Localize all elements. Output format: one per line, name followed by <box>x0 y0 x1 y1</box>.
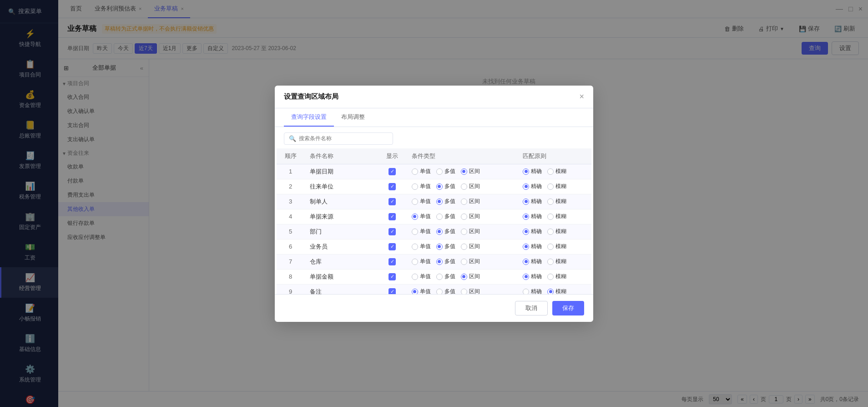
radio-circle-区间-5[interactable] <box>461 229 467 235</box>
display-checkbox-4[interactable] <box>389 213 396 220</box>
radio-circle-多值-3[interactable] <box>436 198 443 205</box>
display-checkbox-7[interactable] <box>389 258 396 265</box>
match-rule-模糊-7[interactable]: 模糊 <box>547 258 566 265</box>
display-checkbox-8[interactable] <box>389 273 396 280</box>
match-rule-精确-6[interactable]: 精确 <box>523 243 542 250</box>
condition-type-单值-5[interactable]: 单值 <box>412 228 431 235</box>
match-rule-精确-7[interactable]: 精确 <box>523 258 542 265</box>
condition-type-区间-4[interactable]: 区间 <box>461 213 480 220</box>
match-rule-模糊-1[interactable]: 模糊 <box>547 168 566 175</box>
match-radio-circle-精确-9[interactable] <box>523 289 529 294</box>
modal-save-button[interactable]: 保存 <box>552 301 584 315</box>
condition-type-多值-7[interactable]: 多值 <box>436 258 455 265</box>
match-rule-模糊-6[interactable]: 模糊 <box>547 243 566 250</box>
radio-circle-多值-6[interactable] <box>436 244 443 250</box>
radio-circle-单值-1[interactable] <box>412 168 418 175</box>
row-display-4[interactable] <box>378 209 406 224</box>
match-rule-精确-2[interactable]: 精确 <box>523 183 542 190</box>
display-checkbox-6[interactable] <box>389 243 396 250</box>
match-radio-circle-精确-3[interactable] <box>523 198 529 205</box>
match-rule-模糊-5[interactable]: 模糊 <box>547 228 566 235</box>
condition-type-区间-7[interactable]: 区间 <box>461 258 480 265</box>
condition-type-区间-3[interactable]: 区间 <box>461 198 480 205</box>
condition-type-单值-9[interactable]: 单值 <box>412 288 431 294</box>
match-radio-circle-模糊-5[interactable] <box>547 229 554 235</box>
condition-type-多值-6[interactable]: 多值 <box>436 243 455 250</box>
match-radio-circle-精确-2[interactable] <box>523 183 529 190</box>
condition-type-单值-4[interactable]: 单值 <box>412 213 431 220</box>
match-rule-精确-4[interactable]: 精确 <box>523 213 542 220</box>
condition-type-多值-5[interactable]: 多值 <box>436 228 455 235</box>
radio-circle-区间-3[interactable] <box>461 198 467 205</box>
modal-search-input[interactable] <box>299 135 381 142</box>
radio-circle-单值-6[interactable] <box>412 244 418 250</box>
condition-type-区间-6[interactable]: 区间 <box>461 243 480 250</box>
radio-circle-区间-4[interactable] <box>461 214 467 220</box>
display-checkbox-2[interactable] <box>389 183 396 190</box>
condition-type-区间-2[interactable]: 区间 <box>461 183 480 190</box>
match-rule-精确-1[interactable]: 精确 <box>523 168 542 175</box>
modal-tab-layout[interactable]: 布局调整 <box>334 108 372 127</box>
condition-type-单值-7[interactable]: 单值 <box>412 258 431 265</box>
radio-circle-多值-1[interactable] <box>436 168 443 175</box>
radio-circle-多值-4[interactable] <box>436 214 443 220</box>
match-radio-circle-模糊-3[interactable] <box>547 198 554 205</box>
condition-type-区间-5[interactable]: 区间 <box>461 228 480 235</box>
condition-type-单值-8[interactable]: 单值 <box>412 273 431 280</box>
condition-type-多值-8[interactable]: 多值 <box>436 273 455 280</box>
condition-type-单值-3[interactable]: 单值 <box>412 198 431 205</box>
condition-type-区间-1[interactable]: 区间 <box>461 168 480 175</box>
condition-type-多值-9[interactable]: 多值 <box>436 288 455 294</box>
row-display-3[interactable] <box>378 194 406 209</box>
radio-circle-区间-1[interactable] <box>461 168 467 175</box>
match-radio-circle-模糊-7[interactable] <box>547 259 554 265</box>
radio-circle-单值-4[interactable] <box>412 214 418 220</box>
condition-type-多值-1[interactable]: 多值 <box>436 168 455 175</box>
match-radio-circle-模糊-6[interactable] <box>547 244 554 250</box>
radio-circle-单值-7[interactable] <box>412 259 418 265</box>
radio-circle-区间-2[interactable] <box>461 183 467 190</box>
radio-circle-单值-2[interactable] <box>412 183 418 190</box>
match-radio-circle-精确-6[interactable] <box>523 244 529 250</box>
match-rule-模糊-2[interactable]: 模糊 <box>547 183 566 190</box>
match-radio-circle-模糊-1[interactable] <box>547 168 554 175</box>
row-display-5[interactable] <box>378 224 406 239</box>
display-checkbox-9[interactable] <box>389 288 396 294</box>
radio-circle-多值-7[interactable] <box>436 259 443 265</box>
radio-circle-单值-9[interactable] <box>412 289 418 294</box>
condition-type-多值-3[interactable]: 多值 <box>436 198 455 205</box>
match-radio-circle-精确-8[interactable] <box>523 274 529 280</box>
radio-circle-多值-2[interactable] <box>436 183 443 190</box>
condition-type-多值-4[interactable]: 多值 <box>436 213 455 220</box>
condition-type-单值-2[interactable]: 单值 <box>412 183 431 190</box>
radio-circle-多值-9[interactable] <box>436 289 443 294</box>
row-display-2[interactable] <box>378 179 406 194</box>
row-display-1[interactable] <box>378 164 406 179</box>
match-rule-精确-8[interactable]: 精确 <box>523 273 542 280</box>
radio-circle-单值-8[interactable] <box>412 274 418 280</box>
radio-circle-单值-3[interactable] <box>412 198 418 205</box>
match-radio-circle-精确-5[interactable] <box>523 229 529 235</box>
display-checkbox-5[interactable] <box>389 228 396 235</box>
match-rule-模糊-3[interactable]: 模糊 <box>547 198 566 205</box>
match-radio-circle-精确-7[interactable] <box>523 259 529 265</box>
modal-search-box[interactable]: 🔍 <box>284 132 393 145</box>
match-rule-精确-3[interactable]: 精确 <box>523 198 542 205</box>
match-rule-精确-5[interactable]: 精确 <box>523 228 542 235</box>
radio-circle-区间-8[interactable] <box>461 274 467 280</box>
match-rule-模糊-9[interactable]: 模糊 <box>547 288 566 294</box>
cancel-button[interactable]: 取消 <box>515 301 548 315</box>
condition-type-单值-6[interactable]: 单值 <box>412 243 431 250</box>
radio-circle-单值-5[interactable] <box>412 229 418 235</box>
match-radio-circle-精确-1[interactable] <box>523 168 529 175</box>
radio-circle-区间-6[interactable] <box>461 244 467 250</box>
display-checkbox-1[interactable] <box>389 168 396 175</box>
display-checkbox-3[interactable] <box>389 198 396 205</box>
condition-type-多值-2[interactable]: 多值 <box>436 183 455 190</box>
condition-type-区间-8[interactable]: 区间 <box>461 273 480 280</box>
match-rule-精确-9[interactable]: 精确 <box>523 288 542 294</box>
match-radio-circle-模糊-9[interactable] <box>547 289 554 294</box>
match-rule-模糊-4[interactable]: 模糊 <box>547 213 566 220</box>
radio-circle-区间-7[interactable] <box>461 259 467 265</box>
radio-circle-区间-9[interactable] <box>461 289 467 294</box>
